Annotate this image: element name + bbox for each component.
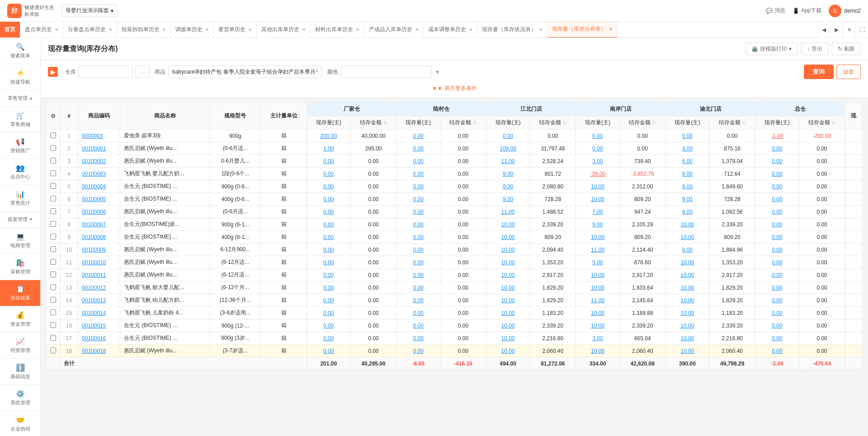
tab-close-6[interactable]: ✕ xyxy=(302,27,306,32)
total-qty[interactable]: 0.00 xyxy=(755,193,799,206)
query-btn[interactable]: 查询 xyxy=(804,65,834,79)
goods-code[interactable]: 00100012 xyxy=(78,281,120,294)
sidebar-item-quick-nav[interactable]: ⚡ 快捷导航 xyxy=(0,64,40,90)
table-container[interactable]: ⚙ # 商品编码 商品名称 规格型号 主计量单位 厂家仓 陆村仓 江北门店 南岸… xyxy=(41,98,868,436)
goods-code[interactable]: 00100004 xyxy=(78,180,120,193)
tab-close-2[interactable]: ✕ xyxy=(108,27,112,32)
total-qty[interactable]: 0.00 xyxy=(755,155,799,168)
w1-qty[interactable]: 0.00 xyxy=(307,218,350,231)
goods-code[interactable]: 00100002 xyxy=(78,155,120,168)
row-checkbox[interactable] xyxy=(47,168,60,180)
tab-close-5[interactable]: ✕ xyxy=(248,27,252,32)
w2-qty[interactable]: 0.00 xyxy=(396,168,440,180)
goods-code[interactable]: 00100013 xyxy=(78,294,120,307)
w1-qty[interactable]: 0.00 xyxy=(307,281,350,294)
tab-transfer[interactable]: 调拨单历史 ✕ xyxy=(171,22,214,38)
row-checkbox[interactable] xyxy=(47,142,60,155)
tab-prev-btn[interactable]: ◀ xyxy=(817,22,830,38)
w5-qty[interactable]: 10.00 xyxy=(665,319,709,332)
w1-qty[interactable]: 0.00 xyxy=(307,155,350,168)
w2-qty[interactable]: 0.00 xyxy=(396,193,440,206)
tab-inventory-check[interactable]: 盘点单历史 ✕ xyxy=(20,22,63,38)
w4-qty[interactable]: 0.00 xyxy=(576,130,619,142)
row-checkbox[interactable] xyxy=(47,231,60,244)
w4-qty[interactable]: 10.00 xyxy=(576,180,619,193)
goods-code[interactable]: 00100007 xyxy=(78,218,120,231)
row-checkbox[interactable] xyxy=(47,155,60,168)
tab-close-4[interactable]: ✕ xyxy=(205,27,209,32)
w1-qty[interactable]: 200.00 xyxy=(307,130,350,142)
w5-qty[interactable]: 0.00 xyxy=(665,130,709,142)
row-checkbox[interactable] xyxy=(47,180,60,193)
total-qty[interactable]: 0.00 xyxy=(755,332,799,345)
w3-qty[interactable]: 10.00 xyxy=(486,332,529,345)
tab-close-1[interactable]: ✕ xyxy=(55,27,58,32)
w1-qty[interactable]: 0.00 xyxy=(307,256,350,269)
w3-qty[interactable]: 9.00 xyxy=(486,193,529,206)
print-btn[interactable]: 🖨️ 按模版打印 ▾ xyxy=(745,42,797,55)
w4-qty[interactable]: 9.00 xyxy=(576,218,619,231)
sidebar-item-retail-mall[interactable]: 🛒 零售商城 xyxy=(0,107,40,133)
tab-close-3[interactable]: ✕ xyxy=(162,27,166,32)
goods-code[interactable]: 00100005 xyxy=(78,193,120,206)
w1-qty[interactable]: 0.00 xyxy=(307,231,350,244)
total-qty[interactable]: -1.00 xyxy=(755,130,799,142)
tab-close-7[interactable]: ✕ xyxy=(356,27,359,32)
w3-qty[interactable]: 11.00 xyxy=(486,155,529,168)
industry-selector[interactable]: 母婴行业演示陈套 ▾ xyxy=(61,5,118,17)
tab-close-8[interactable]: ✕ xyxy=(415,27,419,32)
w5-qty[interactable]: 10.00 xyxy=(665,269,709,281)
w3-qty[interactable]: 10.00 xyxy=(486,307,529,319)
w2-qty[interactable]: 0.00 xyxy=(396,130,440,142)
w1-qty[interactable]: 0.00 xyxy=(307,244,350,256)
w3-qty[interactable]: 9.00 xyxy=(486,180,529,193)
tab-other-out[interactable]: 其他出库单历史 ✕ xyxy=(257,22,311,38)
tab-close-9[interactable]: ✕ xyxy=(469,27,472,32)
goods-code[interactable]: 00100001 xyxy=(78,142,120,155)
total-qty[interactable]: 0.00 xyxy=(755,231,799,244)
w4-qty[interactable]: 7.00 xyxy=(576,206,619,218)
w2-qty[interactable]: 0.00 xyxy=(396,256,440,269)
goods-code[interactable]: 00100010 xyxy=(78,256,120,269)
goods-code[interactable]: 0000003 xyxy=(78,130,120,142)
w1-qty[interactable]: 0.00 xyxy=(307,269,350,281)
sidebar-item-retail-stats[interactable]: 📊 零售统计 xyxy=(0,185,40,211)
w1-qty[interactable]: 0.00 xyxy=(307,180,350,193)
total-qty[interactable]: 0.00 xyxy=(755,294,799,307)
w1-qty[interactable]: 0.00 xyxy=(307,294,350,307)
goods-code[interactable]: 00100009 xyxy=(78,244,120,256)
total-qty[interactable]: 0.00 xyxy=(755,319,799,332)
row-checkbox[interactable] xyxy=(47,307,60,319)
w3-qty[interactable]: 10.00 xyxy=(486,345,529,357)
w4-qty[interactable]: 10.00 xyxy=(576,307,619,319)
w5-qty[interactable]: 9.00 xyxy=(665,193,709,206)
tab-stock-status[interactable]: 现存量（库存状况表） ✕ xyxy=(477,22,547,38)
w2-qty[interactable]: 0.00 xyxy=(396,294,440,307)
w5-qty[interactable]: 8.00 xyxy=(665,168,709,180)
col-settings-icon[interactable]: ⚙ xyxy=(51,113,56,119)
sidebar-item-operations[interactable]: 📈 经营管理 xyxy=(0,333,40,359)
total-info-icon[interactable]: ① xyxy=(831,120,835,125)
w2-qty[interactable]: 0.00 xyxy=(396,180,440,193)
row-checkbox[interactable] xyxy=(47,281,60,294)
w3-qty[interactable]: 10.00 xyxy=(486,294,529,307)
w5-qty[interactable]: 8.00 xyxy=(665,206,709,218)
w3-qty[interactable]: 10.00 xyxy=(486,281,529,294)
settings-col-header[interactable]: ⚙ xyxy=(47,103,60,130)
w1-qty[interactable]: 0.00 xyxy=(307,345,350,357)
w1-qty[interactable]: 0.00 xyxy=(307,307,350,319)
w4-qty[interactable]: 10.00 xyxy=(576,231,619,244)
w5-qty[interactable]: 10.00 xyxy=(665,256,709,269)
w5-qty[interactable]: 10.00 xyxy=(665,281,709,294)
w2-qty[interactable]: 0.00 xyxy=(396,332,440,345)
user-area[interactable]: E demo2 xyxy=(829,5,861,17)
tab-branch-check[interactable]: 分量盘点单历史 ✕ xyxy=(63,22,117,38)
w3-qty[interactable]: 9.00 xyxy=(486,168,529,180)
total-qty[interactable]: 0.00 xyxy=(755,244,799,256)
sidebar-item-marketing[interactable]: 📢 营销推广 xyxy=(0,133,40,159)
w4-qty[interactable]: 5.00 xyxy=(576,256,619,269)
w3-qty[interactable]: 109.00 xyxy=(486,142,529,155)
row-checkbox[interactable] xyxy=(47,256,60,269)
expand-icon[interactable]: ▶ xyxy=(48,67,58,77)
tab-close-11[interactable]: ✕ xyxy=(609,27,613,32)
